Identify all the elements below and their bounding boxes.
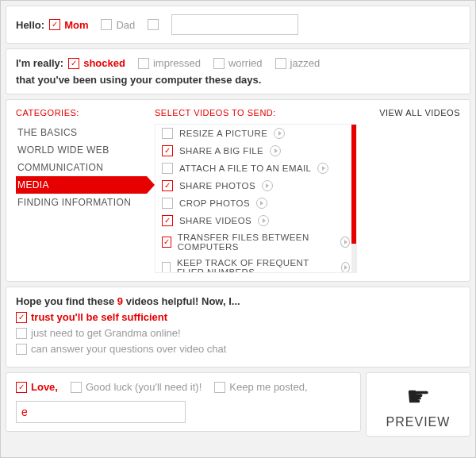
checkbox-icon	[16, 344, 27, 355]
video-item[interactable]: ✓SHARE PHOTOS	[155, 177, 356, 194]
hello-opt-label: Dad	[116, 19, 135, 31]
category-item-active[interactable]: MEDIA	[16, 176, 147, 194]
scrollbar-thumb[interactable]	[351, 125, 356, 244]
checkbox-icon: ✓	[16, 382, 27, 393]
bottom-row: ✓Love, Good luck (you'll need it)! Keep …	[6, 372, 470, 437]
checkbox-icon: ✓	[162, 237, 171, 248]
really-panel: I'm really: ✓ shocked impressed worried …	[6, 48, 470, 94]
checkbox-icon: ✓	[162, 180, 173, 191]
preview-button[interactable]: ☛ PREVIEW	[366, 372, 470, 437]
checkbox-icon	[162, 262, 171, 273]
checkbox-icon: ✓	[68, 58, 79, 69]
category-item[interactable]: COMMUNICATION	[16, 159, 147, 176]
signoff-opt-love[interactable]: ✓Love,	[16, 381, 58, 393]
video-item[interactable]: ✓SHARE VIDEOS	[155, 212, 356, 229]
video-item-label: KEEP TRACK OF FREQUENT FLIER NUMBERS	[177, 258, 335, 273]
hope-line: Hope you find these 9 videos helpful! No…	[16, 295, 460, 307]
play-icon[interactable]	[258, 215, 269, 226]
checkbox-icon	[162, 128, 173, 139]
play-icon[interactable]	[256, 198, 267, 209]
video-item-label: TRANSFER FILES BETWEEN COMPUTERS	[178, 233, 335, 252]
checkbox-icon: ✓	[162, 215, 173, 226]
signoff-opt-goodluck[interactable]: Good luck (you'll need it)!	[71, 381, 202, 393]
videos-column: SELECT VIDEOS TO SEND: RESIZE A PICTURE …	[155, 108, 357, 273]
hello-panel: Hello: ✓ Mom Dad	[6, 6, 470, 44]
checkbox-icon	[101, 19, 112, 30]
play-icon[interactable]	[274, 128, 285, 139]
play-icon[interactable]	[341, 262, 350, 273]
hope-post: videos helpful! Now, I...	[123, 295, 240, 307]
pointing-hand-icon: ☛	[406, 380, 430, 412]
checkbox-icon	[16, 328, 27, 339]
view-all-link[interactable]: VIEW ALL VIDEOS	[365, 108, 460, 117]
play-icon[interactable]	[262, 180, 273, 191]
signoff-opt-label: Good luck (you'll need it)!	[86, 381, 202, 393]
checkbox-icon	[162, 198, 173, 209]
video-item-label: SHARE PHOTOS	[179, 181, 255, 191]
video-item-label: CROP PHOTOS	[179, 198, 250, 208]
hope-opt-label: can answer your questions over video cha…	[31, 343, 226, 355]
video-item[interactable]: ✓TRANSFER FILES BETWEEN COMPUTERS	[155, 229, 356, 255]
video-item[interactable]: RESIZE A PICTURE	[155, 125, 356, 142]
hope-pre: Hope you find these	[16, 295, 117, 307]
videos-heading: SELECT VIDEOS TO SEND:	[155, 108, 357, 117]
really-opt-label: shocked	[83, 57, 125, 69]
signoff-panel: ✓Love, Good luck (you'll need it)! Keep …	[6, 372, 361, 432]
video-item-label: SHARE VIDEOS	[179, 216, 251, 225]
app-frame: Hello: ✓ Mom Dad I'm really: ✓ shocked	[0, 0, 476, 458]
hope-options: ✓trust you'll be self sufficient just ne…	[16, 311, 460, 355]
really-opt-worried[interactable]: worried	[213, 57, 263, 69]
hello-opt-mom[interactable]: ✓ Mom	[49, 19, 88, 31]
hello-opt-dad[interactable]: Dad	[101, 19, 135, 31]
video-item-label: ATTACH A FILE TO AN EMAIL	[179, 164, 311, 173]
checkbox-icon	[275, 58, 286, 69]
video-item[interactable]: KEEP TRACK OF FREQUENT FLIER NUMBERS	[155, 255, 356, 273]
hope-opt[interactable]: can answer your questions over video cha…	[16, 343, 460, 355]
really-label: I'm really:	[16, 57, 63, 69]
hello-opt-label: Mom	[64, 19, 88, 31]
video-item[interactable]: CROP PHOTOS	[155, 194, 356, 212]
signoff-opt-keepposted[interactable]: Keep me posted,	[214, 381, 307, 393]
viewall-column: VIEW ALL VIDEOS	[365, 108, 460, 273]
really-opt-jazzed[interactable]: jazzed	[275, 57, 321, 69]
really-opt-shocked[interactable]: ✓ shocked	[68, 57, 125, 69]
videos-panel: CATEGORIES: THE BASICS WORLD WIDE WEB CO…	[6, 99, 470, 282]
video-item-label: RESIZE A PICTURE	[179, 129, 267, 138]
signoff-name-input[interactable]	[16, 401, 186, 423]
checkbox-icon	[162, 163, 173, 174]
really-tail: that you've been using your computer the…	[16, 74, 460, 86]
categories-heading: CATEGORIES:	[16, 108, 147, 117]
hope-opt[interactable]: ✓trust you'll be self sufficient	[16, 311, 460, 323]
video-list: RESIZE A PICTURE ✓SHARE A BIG FILE ATTAC…	[155, 124, 357, 273]
signoff-opt-label: Love,	[31, 381, 58, 393]
hope-count: 9	[117, 295, 123, 307]
video-item[interactable]: ATTACH A FILE TO AN EMAIL	[155, 160, 356, 177]
play-icon[interactable]	[340, 237, 350, 248]
checkbox-icon	[213, 58, 225, 69]
checkbox-icon: ✓	[49, 19, 60, 30]
hope-opt-label: just need to get Grandma online!	[31, 327, 181, 339]
preview-label: PREVIEW	[386, 415, 451, 429]
hope-panel: Hope you find these 9 videos helpful! No…	[6, 287, 470, 368]
scrollbar-track[interactable]	[351, 125, 356, 272]
play-icon[interactable]	[270, 145, 281, 156]
categories-column: CATEGORIES: THE BASICS WORLD WIDE WEB CO…	[16, 108, 147, 273]
play-icon[interactable]	[317, 163, 328, 174]
hello-label: Hello:	[16, 19, 44, 31]
category-item[interactable]: WORLD WIDE WEB	[16, 141, 147, 159]
really-opt-label: worried	[228, 57, 263, 69]
signoff-opt-label: Keep me posted,	[229, 381, 307, 393]
category-item[interactable]: THE BASICS	[16, 124, 147, 141]
really-opt-label: impressed	[153, 57, 201, 69]
video-item-label: SHARE A BIG FILE	[179, 146, 263, 156]
hope-opt[interactable]: just need to get Grandma online!	[16, 327, 460, 339]
video-item[interactable]: ✓SHARE A BIG FILE	[155, 142, 356, 160]
really-opt-impressed[interactable]: impressed	[138, 57, 201, 69]
hope-opt-label: trust you'll be self sufficient	[31, 311, 167, 323]
hello-other-input[interactable]	[171, 14, 298, 35]
checkbox-icon	[71, 382, 82, 393]
checkbox-icon: ✓	[162, 145, 173, 156]
checkbox-icon: ✓	[16, 312, 27, 323]
category-item[interactable]: FINDING INFORMATION	[16, 194, 147, 211]
hello-opt-other[interactable]	[148, 19, 159, 30]
